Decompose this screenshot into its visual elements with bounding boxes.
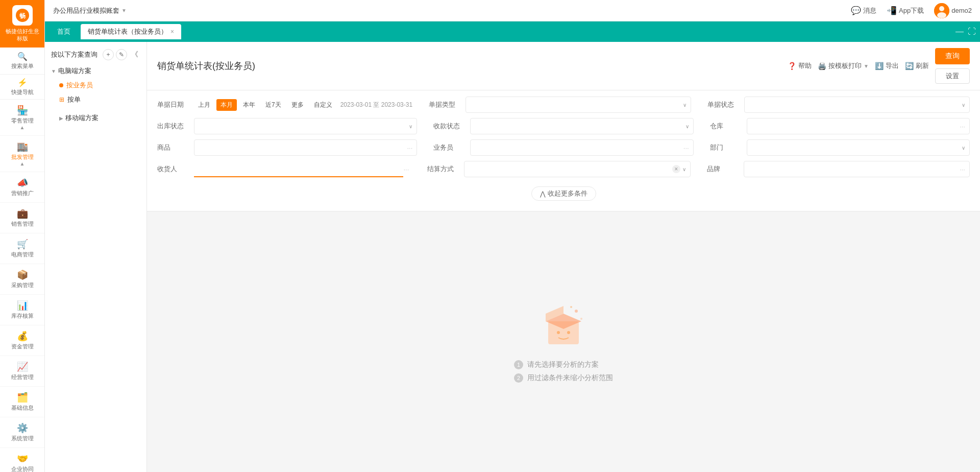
department-select[interactable]: ∨ — [747, 139, 970, 156]
date-last-month[interactable]: 上月 — [194, 99, 214, 111]
sidebar-item-finance[interactable]: 💰 资金管理 — [0, 325, 44, 356]
tab-close-btn[interactable]: × — [170, 28, 174, 35]
warehouse-select[interactable]: ··· — [747, 118, 970, 134]
search-menu[interactable]: 🔍 搜索菜单 — [0, 48, 44, 75]
sidebar-item-sales[interactable]: 💼 销售管理 — [0, 203, 44, 233]
export-btn[interactable]: ⬇️ 导出 — [875, 61, 899, 70]
sidebar-item-inventory[interactable]: 📊 库存核算 — [0, 295, 44, 325]
sidebar-item-ecommerce[interactable]: 🛒 电商管理 — [0, 233, 44, 264]
payment-clear-btn[interactable]: × — [672, 165, 680, 173]
print-arrow: ▼ — [864, 63, 869, 69]
sidebar-inventory-label: 库存核算 — [11, 312, 34, 320]
help-btn[interactable]: ❓ 帮助 — [788, 61, 812, 70]
payment-select[interactable]: × ∨ — [464, 161, 690, 177]
tab-active[interactable]: 销货单统计表（按业务员） × — [81, 24, 181, 39]
brand-select[interactable]: ··· — [744, 161, 970, 177]
sidebar-item-retail[interactable]: 🏪 零售管理 ▲ — [0, 100, 44, 136]
app-selector[interactable]: 办公用品行业模拟账套 ▼ — [53, 6, 127, 15]
print-icon: 🖨️ — [818, 62, 826, 70]
sales-icon: 💼 — [17, 208, 28, 219]
sidebar-subtitle: 标版 — [17, 35, 28, 42]
tip-2-text: 用过滤条件来缩小分析范围 — [527, 373, 613, 383]
filter-area: 单据日期 上月 本月 本年 近7天 更多 自定义 2023-03-01 至 20… — [147, 90, 980, 211]
salesperson-label: 业务员 — [433, 143, 464, 152]
quick-nav[interactable]: ⚡ 快捷导航 — [0, 75, 44, 100]
help-label: 帮助 — [798, 61, 812, 70]
receive-status-arrow: ∨ — [685, 124, 689, 129]
content-area: 按以下方案查询 + ✎ 《 ▼ 电脑端方案 — [45, 42, 980, 472]
export-label: 导出 — [886, 61, 899, 70]
scheme-by-salesperson[interactable]: 按业务员 — [51, 78, 140, 93]
tab-home[interactable]: 首页 — [49, 24, 79, 39]
desktop-scheme-title[interactable]: ▼ 电脑端方案 — [51, 64, 140, 78]
enterprise-icon: 🤝 — [17, 453, 28, 464]
mobile-scheme-group: ▶ 移动端方案 — [45, 110, 146, 126]
sidebar-item-management[interactable]: 📈 经营管理 — [0, 356, 44, 387]
nav-icon: ⚡ — [17, 78, 28, 87]
message-btn[interactable]: 💬 消息 — [851, 6, 876, 15]
mobile-scheme-title[interactable]: ▶ 移动端方案 — [51, 110, 140, 126]
sidebar-item-enterprise[interactable]: 🤝 企业协同 — [0, 448, 44, 472]
tab-actions: — ⛶ — [955, 27, 976, 36]
product-select[interactable]: ··· — [194, 139, 417, 156]
date-this-month[interactable]: 本月 — [216, 99, 237, 111]
settings-button[interactable]: 设置 — [935, 68, 970, 84]
filter-row-1: 单据日期 上月 本月 本年 近7天 更多 自定义 2023-03-01 至 20… — [157, 97, 970, 113]
basic-icon: 🗂️ — [17, 392, 28, 403]
sidebar-item-basic[interactable]: 🗂️ 基础信息 — [0, 387, 44, 417]
order-status-arrow: ∨ — [962, 102, 965, 108]
receiver-input[interactable] — [194, 161, 403, 177]
panel-edit-btn[interactable]: ✎ — [116, 49, 127, 60]
print-btn[interactable]: 🖨️ 按模板打印 ▼ — [818, 61, 869, 70]
scheme-order-label: 按单 — [67, 95, 81, 104]
desktop-arrow: ▼ — [51, 68, 56, 74]
date-custom[interactable]: 自定义 — [310, 99, 336, 111]
warehouse-label: 仓库 — [710, 122, 741, 131]
panel-collapse-btn[interactable]: 《 — [129, 49, 140, 60]
tab-home-label: 首页 — [57, 28, 70, 35]
svg-point-9 — [580, 318, 582, 320]
svg-point-8 — [575, 310, 578, 313]
refresh-btn[interactable]: 🔄 刷新 — [905, 61, 929, 70]
sidebar-item-purchase[interactable]: 📦 采购管理 — [0, 264, 44, 295]
salesperson-select[interactable]: ··· — [470, 139, 693, 156]
collapse-row: ⋀ 收起更多条件 — [157, 182, 970, 205]
export-icon: ⬇️ — [875, 62, 884, 70]
app-download-btn[interactable]: 📲 App下载 — [887, 6, 924, 15]
user-profile[interactable]: demo2 — [934, 3, 972, 18]
download-icon: 📲 — [887, 6, 897, 15]
sidebar-item-wholesale[interactable]: 🏬 批发管理 ▲ — [0, 136, 44, 172]
receive-status-select[interactable]: ∨ — [470, 118, 693, 134]
retail-icon: 🏪 — [17, 105, 28, 116]
date-more[interactable]: 更多 — [287, 99, 308, 111]
tip-1-text: 请先选择要分析的方案 — [527, 360, 599, 369]
svg-point-4 — [937, 12, 946, 18]
date-label: 单据日期 — [157, 100, 188, 109]
date-this-year[interactable]: 本年 — [239, 99, 259, 111]
tab-minimize-btn[interactable]: — — [955, 27, 964, 36]
receiver-label: 收货人 — [157, 164, 188, 174]
order-status-select[interactable]: ∨ — [744, 97, 970, 113]
print-label: 按模板打印 — [828, 61, 862, 70]
query-button[interactable]: 查询 — [935, 48, 970, 64]
help-icon: ❓ — [788, 62, 796, 70]
scheme-by-order[interactable]: ⊞ 按单 — [51, 93, 140, 106]
panel-add-btn[interactable]: + — [103, 49, 114, 60]
sidebar-ecommerce-label: 电商管理 — [11, 251, 34, 258]
collapse-filters-btn[interactable]: ⋀ 收起更多条件 — [531, 186, 596, 201]
out-status-select[interactable]: ∨ — [194, 118, 417, 134]
scheme-dot-1 — [59, 83, 63, 87]
sidebar-item-marketing[interactable]: 📣 营销推广 — [0, 172, 44, 203]
main-area: 办公用品行业模拟账套 ▼ 💬 消息 📲 App下载 — [45, 0, 980, 472]
receiver-more: ··· — [403, 166, 411, 173]
user-name: demo2 — [951, 7, 972, 14]
sidebar-item-system[interactable]: ⚙️ 系统管理 — [0, 417, 44, 448]
message-icon: 💬 — [851, 6, 861, 15]
order-type-select[interactable]: ∨ — [465, 97, 691, 113]
tab-expand-btn[interactable]: ⛶ — [968, 27, 976, 36]
mobile-label: 移动端方案 — [65, 113, 99, 123]
date-7days[interactable]: 近7天 — [261, 99, 285, 111]
order-status-label: 单据状态 — [707, 100, 738, 109]
panel-actions: + ✎ 《 — [103, 49, 140, 60]
sidebar-logo[interactable]: 畅 畅捷信好生意 标版 — [0, 0, 44, 48]
